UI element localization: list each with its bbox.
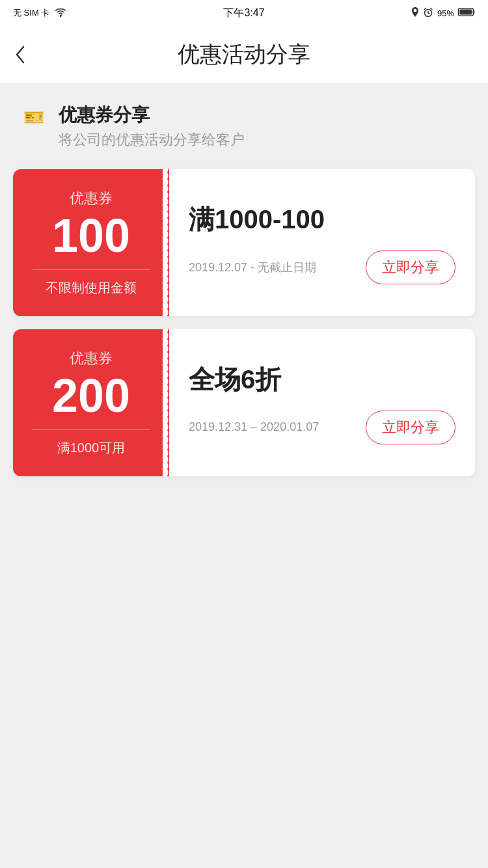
coupon-divider-1 bbox=[33, 429, 150, 430]
coupon-condition-0: 不限制使用金额 bbox=[46, 279, 137, 297]
coupon-bottom-1: 2019.12.31 – 2020.01.07 立即分享 bbox=[189, 411, 455, 444]
section-title: 优惠券分享 bbox=[59, 103, 245, 128]
svg-point-0 bbox=[60, 15, 61, 16]
page-title: 优惠活动分享 bbox=[178, 40, 310, 70]
section-subtitle: 将公司的优惠活动分享给客户 bbox=[59, 130, 245, 150]
status-time: 下午3:47 bbox=[223, 7, 264, 20]
status-left: 无 SIM 卡 bbox=[13, 7, 66, 19]
coupon-right-1: 全场6折 2019.12.31 – 2020.01.07 立即分享 bbox=[169, 329, 475, 476]
coupon-label-0: 优惠券 bbox=[70, 189, 113, 208]
coupon-left-1: 优惠券 200 满1000可用 bbox=[13, 329, 169, 476]
coupon-card: 优惠券 100 不限制使用金额 满1000-100 2019.12.07 - 无… bbox=[13, 169, 475, 316]
section-icon: 🎫 bbox=[20, 103, 48, 131]
coupon-amount-1: 200 bbox=[52, 372, 130, 419]
back-button[interactable] bbox=[13, 43, 29, 66]
coupon-condition-1: 满1000可用 bbox=[57, 439, 126, 457]
coupon-label-1: 优惠券 bbox=[70, 349, 113, 368]
carrier-label: 无 SIM 卡 bbox=[13, 7, 49, 19]
wifi-icon bbox=[55, 8, 66, 19]
battery-percent: 95% bbox=[437, 8, 454, 18]
share-button-1[interactable]: 立即分享 bbox=[366, 411, 455, 444]
coupon-name-0: 满1000-100 bbox=[189, 202, 455, 237]
empty-space bbox=[0, 483, 488, 868]
share-button-0[interactable]: 立即分享 bbox=[366, 251, 455, 284]
coupon-right-0: 满1000-100 2019.12.07 - 无截止日期 立即分享 bbox=[169, 169, 475, 316]
coupon-bottom-0: 2019.12.07 - 无截止日期 立即分享 bbox=[189, 251, 455, 284]
section-header: 🎫 优惠券分享 将公司的优惠活动分享给客户 bbox=[0, 83, 488, 163]
alarm-icon bbox=[423, 7, 433, 20]
coupon-amount-0: 100 bbox=[52, 212, 130, 259]
battery-icon bbox=[458, 8, 475, 18]
coupon-name-1: 全场6折 bbox=[189, 362, 455, 398]
status-bar: 无 SIM 卡 下午3:47 bbox=[0, 0, 488, 26]
section-text: 优惠券分享 将公司的优惠活动分享给客户 bbox=[59, 103, 245, 150]
location-icon bbox=[411, 7, 419, 20]
coupon-date-0: 2019.12.07 - 无截止日期 bbox=[189, 260, 359, 275]
coupon-date-1: 2019.12.31 – 2020.01.07 bbox=[189, 420, 359, 434]
coupon-list: 优惠券 100 不限制使用金额 满1000-100 2019.12.07 - 无… bbox=[0, 163, 488, 483]
status-right: 95% bbox=[411, 7, 475, 20]
coupon-divider-0 bbox=[33, 269, 150, 270]
nav-bar: 优惠活动分享 bbox=[0, 26, 488, 83]
coupon-left-0: 优惠券 100 不限制使用金额 bbox=[13, 169, 169, 316]
coupon-card-1: 优惠券 200 满1000可用 全场6折 2019.12.31 – 2020.0… bbox=[13, 329, 475, 476]
svg-rect-3 bbox=[460, 10, 472, 15]
